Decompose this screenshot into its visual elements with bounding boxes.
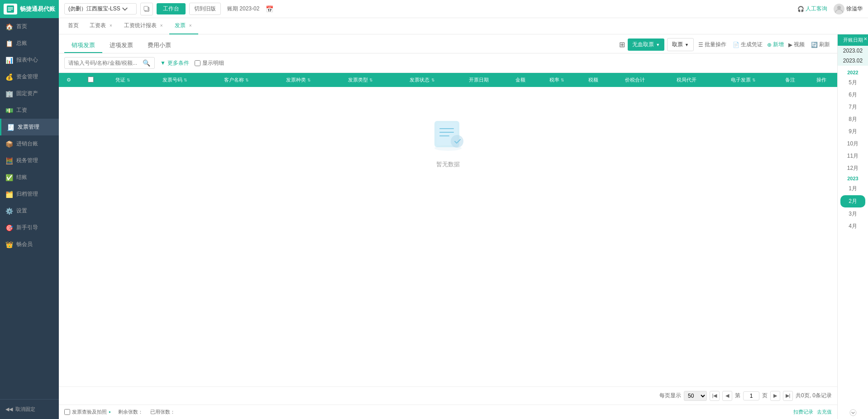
select-all-checkbox[interactable]	[88, 77, 94, 82]
app-logo: 畅捷通易代账	[0, 0, 59, 18]
display-detail-checkbox[interactable]: 显示明细	[195, 59, 224, 67]
sidebar-item-invoice[interactable]: 🧾 发票管理	[0, 119, 59, 135]
workbench-button[interactable]: 工作台	[157, 3, 186, 14]
search-icon[interactable]: 🔍	[143, 59, 150, 67]
video-button[interactable]: ▶ 视频	[787, 41, 806, 48]
col-customer[interactable]: 客户名称 ⇅	[205, 73, 267, 87]
subtab-sales-invoice[interactable]: 销项发票	[64, 39, 102, 53]
user-info[interactable]: 徐溢华	[834, 4, 863, 14]
tab-close-salary-report[interactable]: ×	[159, 23, 164, 28]
month-2023-2[interactable]: 2月	[840, 195, 865, 207]
sidebar-item-reports[interactable]: 📊 报表中心	[0, 52, 59, 68]
sidebar-item-funds[interactable]: 💰 资金管理	[0, 68, 59, 85]
sidebar-item-guide[interactable]: 🎯 新手引导	[0, 219, 59, 236]
last-page-button[interactable]: ▶|	[783, 391, 793, 401]
subtab-purchase-invoice[interactable]: 进项发票	[102, 39, 140, 53]
month-2023-4[interactable]: 4月	[838, 220, 868, 232]
next-page-button[interactable]: ▶	[770, 391, 780, 401]
month-2023-3[interactable]: 3月	[838, 208, 868, 220]
col-voucher[interactable]: 凭证 ⇅	[102, 73, 144, 87]
col-issue-date[interactable]: 开票日期	[453, 73, 505, 87]
month-2022-12[interactable]: 12月	[838, 162, 868, 174]
tab-close-invoice[interactable]: ×	[188, 23, 193, 28]
sidebar-item-salary[interactable]: 💵 工资	[0, 102, 59, 119]
col-tax-rate[interactable]: 税率 ⇅	[536, 73, 578, 87]
col-invoice-category[interactable]: 发票类型 ⇅	[329, 73, 391, 87]
sales-icon: 📦	[5, 140, 13, 148]
tab-salary-report[interactable]: 工资统计报表 ×	[119, 18, 169, 34]
month-2022-7[interactable]: 7月	[838, 101, 868, 113]
sidebar-item-sales[interactable]: 📦 进销台账	[0, 135, 59, 152]
scroll-down-icon[interactable]	[838, 406, 868, 419]
col-tax-bureau[interactable]: 税局代开	[661, 73, 712, 87]
sidebar-bottom: ◀◀ 取消固定	[0, 399, 59, 419]
month-2023-1[interactable]: 1月	[838, 183, 868, 195]
sidebar-item-archive[interactable]: 🗂️ 归档管理	[0, 186, 59, 202]
sidebar-collapse[interactable]: ◀◀ 取消固定	[4, 403, 55, 415]
switch-version-button[interactable]: 切到旧版	[189, 3, 221, 15]
verify-label-wrapper[interactable]: 发票查验及拍照 ●	[64, 409, 111, 415]
col-e-invoice[interactable]: 电子发票 ⇅	[712, 73, 774, 87]
refresh-button[interactable]: 🔄 刷新	[809, 41, 832, 48]
sidebar-item-ledger[interactable]: 📋 总账	[0, 35, 59, 52]
sidebar-item-home[interactable]: 🏠 首页	[0, 18, 59, 35]
search-input[interactable]	[68, 60, 141, 66]
col-invoice-status[interactable]: 发票状态 ⇅	[391, 73, 453, 87]
first-page-button[interactable]: |◀	[710, 391, 720, 401]
tab-invoice[interactable]: 发票 ×	[169, 18, 198, 34]
calendar-icon[interactable]: 📅	[263, 3, 276, 15]
col-invoice-type[interactable]: 发票种类 ⇅	[267, 73, 329, 87]
display-detail-check[interactable]	[195, 60, 200, 66]
sidebar-item-assets[interactable]: 🏢 固定资产	[0, 85, 59, 102]
no-ticket-button[interactable]: 无血取票 ▼	[628, 39, 664, 51]
date-item-2023-02-b[interactable]: 2023.02	[838, 56, 868, 66]
panel-close-button[interactable]: ×	[863, 35, 867, 42]
per-page-select[interactable]: 50 10 20 100	[684, 391, 707, 401]
prev-page-button[interactable]: ◀	[722, 391, 732, 401]
date-panel: 开账日期 2023.02 2023.02 × 2022 5月 6月 7月 8月 …	[837, 34, 868, 419]
month-2022-11[interactable]: 11月	[838, 150, 868, 162]
svg-point-7	[451, 135, 463, 148]
filter-more-button[interactable]: ▼ 更多条件	[160, 59, 189, 67]
col-checkbox[interactable]	[79, 73, 102, 87]
month-2022-5[interactable]: 5月	[838, 77, 868, 89]
copy-icon[interactable]	[140, 3, 153, 15]
sidebar-item-settings[interactable]: ⚙️ 设置	[0, 202, 59, 219]
month-2022-8[interactable]: 8月	[838, 113, 868, 125]
col-settings[interactable]: ⚙	[59, 73, 79, 87]
generate-cert-button[interactable]: 📄 生成凭证	[731, 41, 764, 48]
record-link[interactable]: 扣费记录	[793, 409, 813, 415]
col-action[interactable]: 操作	[806, 73, 837, 87]
col-remark[interactable]: 备注	[774, 73, 806, 87]
sidebar-item-close-accounts[interactable]: ✅ 结账	[0, 169, 59, 186]
sidebar-item-label: 设置	[16, 207, 27, 215]
sidebar-item-tax[interactable]: 🧮 税务管理	[0, 152, 59, 169]
support-link[interactable]: 🎧 人工客询	[797, 5, 827, 13]
sort-icon: ⇅	[307, 78, 311, 82]
grid-toggle-icon[interactable]: ⊞	[619, 40, 625, 49]
col-amount[interactable]: 金额	[505, 73, 536, 87]
col-total[interactable]: 价税合计	[609, 73, 661, 87]
company-selector[interactable]: (勿删）江西服宝-LSS	[64, 3, 137, 14]
take-ticket-button[interactable]: 取票 ▼	[667, 38, 694, 51]
tab-close-salary[interactable]: ×	[109, 23, 113, 28]
page-input[interactable]	[743, 391, 759, 400]
batch-ops-button[interactable]: ☰ 批量操作	[696, 41, 728, 48]
sidebar-item-member[interactable]: 👑 畅会员	[0, 236, 59, 253]
tab-label: 首页	[68, 22, 79, 29]
tab-home[interactable]: 首页	[62, 18, 84, 34]
col-tax[interactable]: 税额	[578, 73, 609, 87]
month-2022-10[interactable]: 10月	[838, 138, 868, 150]
subtab-expense-receipt[interactable]: 费用小票	[140, 39, 178, 53]
date-item-2023-02-a[interactable]: 2023.02	[838, 46, 868, 56]
tabbar: 首页 工资表 × 工资统计报表 × 发票 ×	[59, 18, 868, 34]
col-invoice-no[interactable]: 发票号码 ⇅	[144, 73, 206, 87]
verify-checkbox[interactable]	[64, 409, 70, 415]
recharge-link[interactable]: 去充值	[817, 409, 832, 415]
month-2022-6[interactable]: 6月	[838, 89, 868, 101]
tab-salary[interactable]: 工资表 ×	[84, 18, 119, 34]
month-2022-9[interactable]: 9月	[838, 125, 868, 138]
new-invoice-button[interactable]: ⊕ 新增	[767, 41, 784, 48]
search-box: 🔍	[64, 57, 155, 69]
refresh-icon: 🔄	[811, 42, 818, 48]
